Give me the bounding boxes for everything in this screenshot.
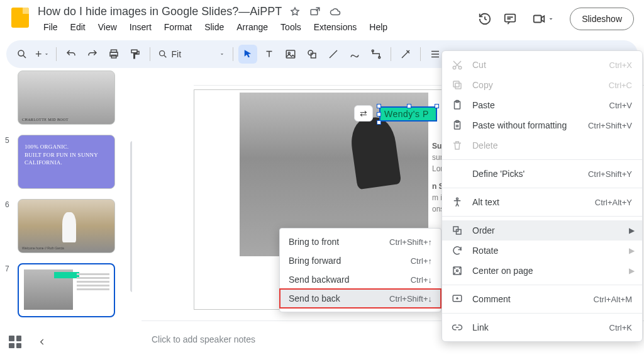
ctx-center[interactable]: Center on page ▶ (442, 261, 642, 281)
svg-rect-9 (286, 50, 295, 58)
comment-icon (451, 293, 464, 305)
slide-number: 5 (5, 135, 13, 145)
undo-icon[interactable] (62, 45, 80, 64)
order-icon (451, 224, 464, 237)
ctx-paste-no-format[interactable]: Paste without formatting Ctrl+Shift+V (442, 115, 642, 135)
menu-view[interactable]: View (92, 20, 123, 35)
slideshow-button[interactable]: Slideshow (570, 8, 634, 30)
ctx-define[interactable]: Define 'Picks' Ctrl+Shift+Y (442, 164, 642, 184)
thumbnail-5[interactable]: 100% organic. Built for fun in sunny Cal… (18, 135, 115, 189)
edit-points-icon[interactable] (396, 45, 415, 64)
new-slide-button[interactable]: + (34, 45, 51, 64)
print-icon[interactable] (104, 45, 123, 64)
doc-title[interactable]: How do I hide images in Google Slides?—A… (38, 5, 282, 18)
svg-point-3 (18, 50, 24, 56)
thumbnail-7[interactable] (18, 263, 115, 317)
menu-slide[interactable]: Slide (199, 20, 230, 35)
paste-plain-icon (451, 119, 464, 132)
ctx-rotate[interactable]: Rotate ▶ (442, 241, 642, 261)
submenu-send-backward[interactable]: Send backward Ctrl+↓ (280, 270, 441, 289)
svg-rect-17 (455, 83, 461, 89)
submenu-send-to-back[interactable]: Send to back Ctrl+Shift+↓ (280, 289, 441, 308)
copy-icon (451, 79, 464, 91)
redo-icon[interactable] (83, 45, 102, 64)
ctx-link[interactable]: Link Ctrl+K (442, 317, 642, 337)
slide-number: 7 (5, 263, 13, 273)
svg-rect-12 (311, 54, 316, 59)
menu-help[interactable]: Help (364, 20, 393, 35)
grid-view-icon[interactable] (9, 336, 21, 348)
connector-icon[interactable] (367, 45, 386, 64)
menu-extensions[interactable]: Extensions (308, 20, 362, 35)
thumbnail-4[interactable]: Charlotte Mid Boot (18, 71, 115, 125)
zoom-label: Fit (172, 49, 182, 59)
cut-icon (451, 59, 464, 71)
star-icon[interactable] (289, 6, 301, 18)
menu-arrange[interactable]: Arrange (231, 20, 274, 35)
slides-logo[interactable] (9, 6, 31, 29)
svg-rect-7 (131, 50, 137, 53)
menu-file[interactable]: File (38, 20, 64, 35)
rotate-icon (451, 244, 464, 257)
svg-point-8 (159, 51, 164, 56)
menu-edit[interactable]: Edit (65, 20, 91, 35)
filmstrip[interactable]: Charlotte Mid Boot 5 100% organic. Built… (0, 68, 132, 357)
history-icon[interactable] (478, 12, 492, 26)
svg-rect-2 (534, 16, 541, 23)
ctx-order[interactable]: Order ▶ (442, 220, 642, 241)
svg-rect-1 (505, 14, 516, 22)
image-icon[interactable] (281, 45, 300, 64)
cloud-status-icon[interactable] (330, 6, 341, 18)
menu-format[interactable]: Format (158, 20, 197, 35)
comments-icon[interactable] (503, 12, 517, 26)
ctx-delete[interactable]: Delete (442, 135, 642, 156)
ctx-copy[interactable]: Copy Ctrl+C (442, 75, 642, 95)
prev-slide-icon[interactable] (38, 337, 47, 346)
menubar: File Edit View Insert Format Slide Arran… (38, 20, 478, 35)
ctx-cut[interactable]: Cut Ctrl+X (442, 55, 642, 75)
submenu-arrow-icon: ▶ (629, 246, 635, 255)
swap-image-icon[interactable]: ⇄ (354, 105, 373, 122)
menu-tools[interactable]: Tools (275, 20, 307, 35)
submenu-bring-forward[interactable]: Bring forward Ctrl+↑ (280, 251, 441, 270)
shape-icon[interactable] (303, 45, 321, 64)
order-submenu: Bring to front Ctrl+Shift+↑ Bring forwar… (279, 228, 441, 312)
curve-icon[interactable] (345, 45, 364, 64)
submenu-arrow-icon: ▶ (629, 226, 635, 235)
meet-button[interactable] (528, 9, 558, 28)
submenu-arrow-icon: ▶ (629, 266, 635, 275)
slide-number: 6 (5, 199, 13, 209)
context-menu: Cut Ctrl+X Copy Ctrl+C Paste Ctrl+V Past… (441, 50, 643, 342)
ctx-paste[interactable]: Paste Ctrl+V (442, 95, 642, 115)
svg-point-23 (457, 198, 458, 200)
header: How do I hide images in Google Slides?—A… (0, 0, 644, 40)
select-tool-icon[interactable] (238, 45, 257, 64)
link-icon (451, 321, 464, 334)
ctx-comment[interactable]: Comment Ctrl+Alt+M (442, 289, 642, 309)
search-menus-icon[interactable] (13, 45, 31, 64)
zoom-control[interactable]: Fit (155, 49, 228, 59)
center-icon (451, 264, 464, 277)
svg-rect-18 (453, 81, 459, 87)
delete-icon (451, 139, 464, 152)
slide-title-box[interactable]: Wendy's P (379, 106, 437, 122)
slide-number (5, 71, 13, 72)
text-box-icon[interactable] (260, 45, 279, 64)
svg-point-27 (457, 270, 458, 272)
move-icon[interactable] (309, 6, 321, 18)
submenu-bring-to-front[interactable]: Bring to front Ctrl+Shift+↑ (280, 232, 441, 251)
ctx-alt-text[interactable]: Alt text Ctrl+Alt+Y (442, 192, 642, 212)
paste-icon (451, 99, 464, 111)
accessibility-icon (451, 196, 464, 208)
menu-insert[interactable]: Insert (124, 20, 157, 35)
paint-format-icon[interactable] (126, 45, 145, 64)
line-icon[interactable] (324, 45, 343, 64)
thumbnail-6[interactable]: Welcome home // Ruth Garcia (18, 199, 115, 253)
